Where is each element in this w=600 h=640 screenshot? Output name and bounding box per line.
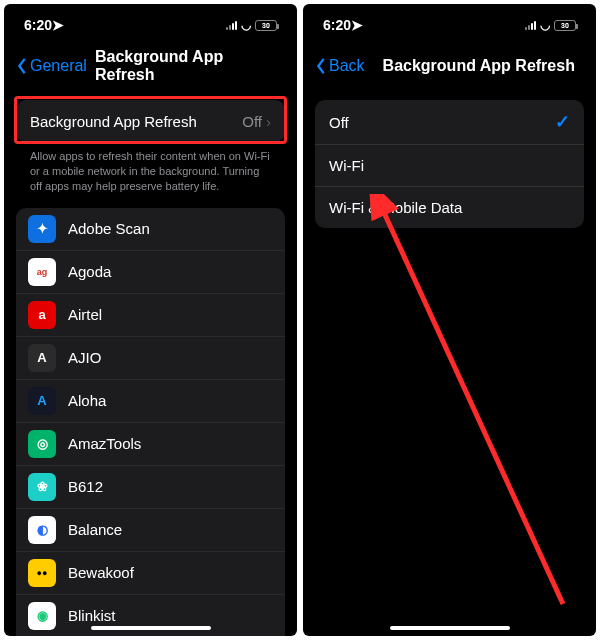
app-label: AJIO [68, 349, 101, 366]
app-row[interactable]: ❀B612 [16, 465, 285, 508]
app-row[interactable]: aAirtel [16, 293, 285, 336]
option-row[interactable]: Off✓ [315, 100, 584, 144]
phone-right: 6:20 ➤ ◡ 30 Back Background App Refresh … [303, 4, 596, 636]
home-indicator [390, 626, 510, 630]
app-label: Blinkist [68, 607, 116, 624]
option-label: Wi-Fi [329, 157, 570, 174]
row-label: Background App Refresh [30, 113, 242, 130]
status-time: 6:20 [323, 17, 351, 33]
option-row[interactable]: Wi-Fi & Mobile Data [315, 186, 584, 228]
app-icon: ❀ [28, 473, 56, 501]
status-bar: 6:20 ➤ ◡ 30 [4, 4, 297, 46]
content-left: Background App Refresh Off › Allow apps … [4, 86, 297, 636]
app-row[interactable]: agAgoda [16, 250, 285, 293]
check-icon: ✓ [555, 111, 570, 133]
app-icon: ◐ [28, 516, 56, 544]
chevron-left-icon [16, 57, 28, 75]
option-row[interactable]: Wi-Fi [315, 144, 584, 186]
row-value: Off [242, 113, 262, 130]
app-icon: ◉ [28, 602, 56, 630]
app-icon: ✦ [28, 215, 56, 243]
app-label: Bewakoof [68, 564, 134, 581]
chevron-right-icon: › [266, 113, 271, 130]
back-button[interactable]: Back [315, 57, 365, 75]
nav-bar: General Background App Refresh [4, 46, 297, 86]
app-icon: ●● [28, 559, 56, 587]
app-row[interactable]: ✦Adobe Scan [16, 208, 285, 250]
page-title: Background App Refresh [95, 48, 285, 84]
phone-left: 6:20 ➤ ◡ 30 General Background App Refre… [4, 4, 297, 636]
app-label: Adobe Scan [68, 220, 150, 237]
app-label: B612 [68, 478, 103, 495]
app-row[interactable]: ●●Bewakoof [16, 551, 285, 594]
location-icon: ➤ [52, 17, 64, 33]
battery-icon: 30 [554, 20, 576, 31]
home-indicator [91, 626, 211, 630]
app-label: Balance [68, 521, 122, 538]
chevron-left-icon [315, 57, 327, 75]
main-setting-group: Background App Refresh Off › [16, 100, 285, 142]
status-right: ◡ 30 [525, 18, 576, 32]
battery-icon: 30 [255, 20, 277, 31]
content-right: Off✓Wi-FiWi-Fi & Mobile Data [303, 86, 596, 636]
back-label: Back [329, 57, 365, 75]
app-list: ✦Adobe ScanagAgodaaAirtelAAJIOAAloha◎Ama… [16, 208, 285, 636]
app-icon: a [28, 301, 56, 329]
app-label: AmazTools [68, 435, 141, 452]
wifi-icon: ◡ [241, 18, 251, 32]
app-icon: A [28, 344, 56, 372]
location-icon: ➤ [351, 17, 363, 33]
app-icon: A [28, 387, 56, 415]
app-label: Agoda [68, 263, 111, 280]
wifi-icon: ◡ [540, 18, 550, 32]
app-label: Aloha [68, 392, 106, 409]
app-row[interactable]: ◐Balance [16, 508, 285, 551]
footer-text: Allow apps to refresh their content when… [16, 142, 285, 194]
page-title: Background App Refresh [383, 57, 575, 75]
signal-icon [525, 21, 536, 30]
app-row[interactable]: ◎AmazTools [16, 422, 285, 465]
option-label: Off [329, 114, 555, 131]
options-group: Off✓Wi-FiWi-Fi & Mobile Data [315, 100, 584, 228]
signal-icon [226, 21, 237, 30]
app-row[interactable]: AAloha [16, 379, 285, 422]
app-row[interactable]: AAJIO [16, 336, 285, 379]
option-label: Wi-Fi & Mobile Data [329, 199, 570, 216]
app-label: Airtel [68, 306, 102, 323]
status-time: 6:20 [24, 17, 52, 33]
nav-bar: Back Background App Refresh [303, 46, 596, 86]
back-button[interactable]: General [16, 57, 87, 75]
background-refresh-row[interactable]: Background App Refresh Off › [16, 100, 285, 142]
status-right: ◡ 30 [226, 18, 277, 32]
app-icon: ag [28, 258, 56, 286]
app-icon: ◎ [28, 430, 56, 458]
back-label: General [30, 57, 87, 75]
status-bar: 6:20 ➤ ◡ 30 [303, 4, 596, 46]
